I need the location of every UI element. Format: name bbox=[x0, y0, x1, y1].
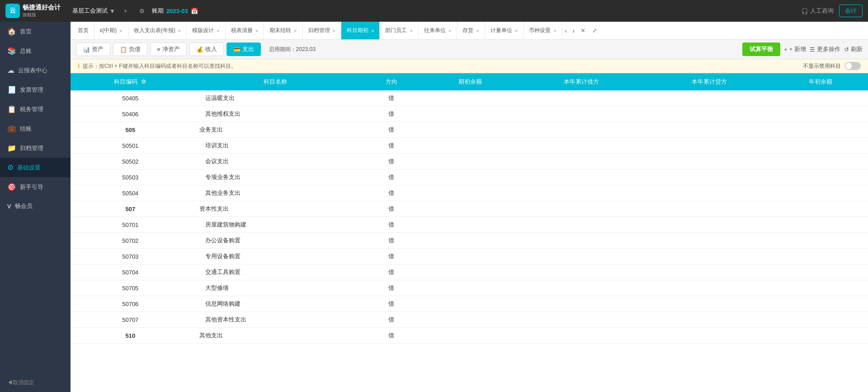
account-button[interactable]: 会计 bbox=[839, 5, 863, 17]
tab-unit[interactable]: 计量单位 × bbox=[485, 22, 524, 39]
table-row[interactable]: 507 资本性支出 借 bbox=[71, 201, 868, 217]
settings-button[interactable]: ⚙ bbox=[136, 6, 148, 16]
sub-tab-expense[interactable]: 💳 支出 bbox=[226, 43, 261, 56]
table-row[interactable]: 50503 专项业务支出 借 bbox=[71, 170, 868, 185]
table-row[interactable]: 50502 会议支出 借 bbox=[71, 154, 868, 170]
toggle-disable-subjects[interactable] bbox=[844, 62, 861, 70]
refresh-button[interactable]: ↺ 刷新 bbox=[844, 45, 863, 53]
cell-name: 专用设备购置 bbox=[190, 249, 360, 264]
tab-close-icon[interactable]: × bbox=[255, 28, 258, 33]
cell-code: 50501 bbox=[71, 138, 190, 154]
home-icon: 🏠 bbox=[7, 27, 16, 36]
col-settings-icon[interactable]: ⚙ bbox=[141, 78, 146, 85]
table-row[interactable]: 50702 办公设备购置 借 bbox=[71, 233, 868, 249]
tab-annual-report[interactable]: 收入支出表(年报) × bbox=[128, 22, 187, 39]
add-button[interactable]: + + 新增 bbox=[784, 45, 806, 53]
cell-opening bbox=[423, 122, 518, 138]
cell-opening bbox=[423, 264, 518, 280]
table-row[interactable]: 50405 运温暖支出 借 bbox=[71, 90, 868, 106]
sidebar-item-close[interactable]: 💼 结账 bbox=[0, 119, 71, 138]
main-layout: 🏠 首页 📚 总账 ☁ 云报表中心 🧾 发票管理 📋 税务管理 💼 结账 📁 归… bbox=[0, 22, 868, 392]
sidebar-item-invoice[interactable]: 🧾 发票管理 bbox=[0, 80, 71, 99]
sub-tab-liability[interactable]: 📋 负债 bbox=[113, 43, 147, 56]
table-row[interactable]: 50501 培训支出 借 bbox=[71, 138, 868, 154]
tab-close-icon[interactable]: × bbox=[553, 28, 556, 33]
sidebar-item-ledger[interactable]: 📚 总账 bbox=[0, 41, 71, 61]
cell-annual-opening bbox=[773, 90, 868, 106]
tab-inventory[interactable]: 存货 × bbox=[457, 22, 485, 39]
tab-close-icon[interactable]: × bbox=[371, 28, 374, 33]
table-row[interactable]: 50705 大型修缮 借 bbox=[71, 280, 868, 296]
tab-expand-button[interactable]: ⤢ bbox=[589, 25, 601, 36]
tab-close-icon[interactable]: × bbox=[410, 28, 412, 33]
sidebar-item-member[interactable]: V 畅会员 bbox=[0, 197, 71, 216]
sub-tab-income[interactable]: 💰 收入 bbox=[189, 43, 224, 56]
sidebar-item-settings[interactable]: ⚙ 基础设置 bbox=[0, 158, 71, 177]
cell-direction: 借 bbox=[360, 217, 423, 233]
tab-middle[interactable]: ε(中期) × bbox=[94, 22, 128, 39]
sidebar-item-archive[interactable]: 📁 归档管理 bbox=[0, 138, 71, 158]
cell-name: 培训支出 bbox=[190, 138, 360, 154]
cell-code: 50703 bbox=[71, 249, 190, 264]
sub-tab-net-asset[interactable]: ≡ 净资产 bbox=[150, 43, 187, 56]
project-name[interactable]: 基层工会测试 ▼ bbox=[72, 7, 115, 15]
table-row[interactable]: 50703 专用设备购置 借 bbox=[71, 249, 868, 264]
cell-direction: 借 bbox=[360, 138, 423, 154]
cell-annual-credit bbox=[646, 233, 773, 249]
sidebar-item-report[interactable]: ☁ 云报表中心 bbox=[0, 61, 71, 80]
add-project-button[interactable]: ＋ bbox=[119, 5, 132, 17]
tab-period-close[interactable]: 期末结转 × bbox=[264, 22, 302, 39]
tab-subject-init[interactable]: 科目期初 × bbox=[341, 22, 380, 39]
cell-direction: 借 bbox=[360, 280, 423, 296]
table-row[interactable]: 505 业务支出 借 bbox=[71, 122, 868, 138]
tab-close-icon[interactable]: × bbox=[448, 28, 451, 33]
more-button[interactable]: ☰ 更多操作 bbox=[810, 45, 840, 53]
tab-close-icon[interactable]: × bbox=[178, 28, 181, 33]
cell-annual-opening bbox=[773, 328, 868, 344]
tab-next-button[interactable]: › bbox=[570, 25, 577, 36]
tab-close-icon[interactable]: × bbox=[294, 28, 297, 33]
cell-direction: 借 bbox=[360, 264, 423, 280]
table-row[interactable]: 50704 交通工具购置 借 bbox=[71, 264, 868, 280]
tab-currency[interactable]: 币种设置 × bbox=[524, 22, 562, 39]
tab-close-icon[interactable]: × bbox=[119, 28, 122, 33]
tab-tax-table[interactable]: 税表清册 × bbox=[226, 22, 264, 39]
tab-archive[interactable]: 归档管理 × bbox=[303, 22, 341, 39]
table-row[interactable]: 50504 其他业务支出 借 bbox=[71, 185, 868, 201]
table-row[interactable]: 510 其他支出 借 bbox=[71, 328, 868, 344]
balance-button[interactable]: 试算平衡 bbox=[742, 43, 780, 56]
tab-close-icon[interactable]: × bbox=[333, 28, 335, 33]
cell-annual-opening bbox=[773, 249, 868, 264]
main-content: 首页 ε(中期) × 收入支出表(年报) × 模版设计 × 税表清册 × 期末结… bbox=[71, 22, 868, 392]
tab-close-all-button[interactable]: × bbox=[577, 25, 589, 37]
cell-direction: 借 bbox=[360, 170, 423, 185]
tab-close-icon[interactable]: × bbox=[476, 28, 479, 33]
table-row[interactable]: 50406 其他维权支出 借 bbox=[71, 106, 868, 122]
sidebar-collapse-button[interactable]: ◀取消固定 bbox=[0, 373, 71, 392]
cell-direction: 借 bbox=[360, 312, 423, 328]
sidebar-item-guide[interactable]: 🎯 新手引导 bbox=[0, 177, 71, 197]
tab-counterpart[interactable]: 往来单位 × bbox=[419, 22, 457, 39]
cell-direction: 借 bbox=[360, 122, 423, 138]
calendar-icon[interactable]: 📅 bbox=[191, 8, 198, 14]
cell-code: 50701 bbox=[71, 217, 190, 233]
cell-annual-debit bbox=[518, 122, 645, 138]
tab-close-icon[interactable]: × bbox=[217, 28, 219, 33]
tab-department[interactable]: 部门员工 × bbox=[380, 22, 418, 39]
table-row[interactable]: 50701 房屋建筑物购建 借 bbox=[71, 217, 868, 233]
tab-close-icon[interactable]: × bbox=[515, 28, 518, 33]
sidebar-item-home[interactable]: 🏠 首页 bbox=[0, 22, 71, 41]
consult-button[interactable]: 🎧 人工咨询 bbox=[801, 7, 834, 15]
tab-template[interactable]: 模版设计 × bbox=[187, 22, 225, 39]
tab-home[interactable]: 首页 bbox=[72, 22, 94, 39]
tab-prev-button[interactable]: ‹ bbox=[562, 25, 570, 36]
cell-code: 507 bbox=[71, 201, 190, 217]
col-code: 科目编码 ⚙ bbox=[71, 73, 190, 90]
toggle-label: 不显示禁用科目 bbox=[803, 62, 841, 70]
sidebar-item-tax[interactable]: 📋 税务管理 bbox=[0, 99, 71, 119]
archive-icon: 📁 bbox=[7, 144, 16, 152]
cell-code: 50706 bbox=[71, 296, 190, 312]
table-row[interactable]: 50707 其他资本性支出 借 bbox=[71, 312, 868, 328]
sub-tab-asset[interactable]: 📊 资产 bbox=[76, 43, 110, 56]
table-row[interactable]: 50706 信息网络购建 借 bbox=[71, 296, 868, 312]
